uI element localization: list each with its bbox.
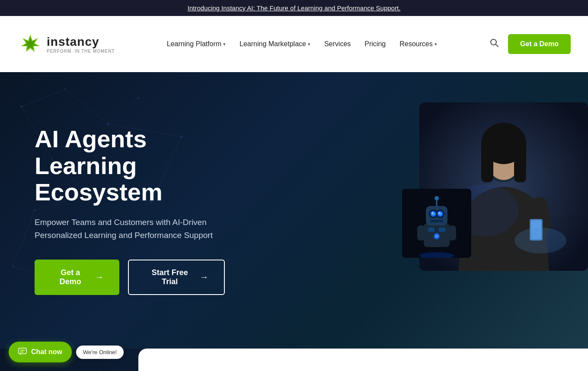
hero-subtitle: Empower Teams and Customers with AI-Driv… (35, 216, 225, 242)
nav-services[interactable]: Services (324, 37, 351, 51)
svg-point-5 (64, 89, 66, 90)
logo-name: instancy (47, 35, 115, 49)
svg-point-36 (514, 228, 566, 254)
svg-point-50 (435, 196, 439, 200)
hero-content: AI Agents Learning Ecosystem Empower Tea… (0, 91, 259, 330)
chat-icon (18, 348, 27, 356)
chat-status: We're Online! (76, 346, 124, 359)
hero-start-trial-button[interactable]: Start Free Trial → (128, 260, 225, 295)
logo-tagline: PERFORM. IN THE MOMENT (47, 49, 115, 54)
logo-text: instancy PERFORM. IN THE MOMENT (47, 35, 115, 54)
header-get-demo-button[interactable]: Get a Demo (508, 34, 571, 54)
search-button[interactable] (489, 38, 499, 51)
svg-rect-57 (448, 225, 456, 241)
chat-widget: Chat now We're Online! (9, 342, 124, 362)
announcement-banner: Introducing Instancy AI: The Future of L… (0, 0, 588, 16)
svg-rect-73 (19, 348, 26, 354)
hero-images (406, 120, 588, 301)
nav-resources[interactable]: Resources ▾ (399, 37, 437, 51)
hero-title: AI Agents Learning Ecosystem (35, 126, 225, 206)
hero-robot-svg (402, 189, 471, 258)
arrow-right-icon: → (95, 272, 104, 282)
svg-rect-51 (430, 220, 443, 222)
logo-icon (17, 31, 43, 57)
logo[interactable]: instancy PERFORM. IN THE MOMENT (17, 31, 115, 57)
svg-point-48 (438, 212, 440, 214)
main-nav: Learning Platform ▾ Learning Marketplace… (167, 37, 437, 51)
chevron-down-icon: ▾ (223, 41, 226, 47)
nav-pricing[interactable]: Pricing (364, 37, 386, 51)
header-right: Get a Demo (489, 34, 571, 54)
hero-get-demo-button[interactable]: Get a Demo → (35, 260, 119, 295)
svg-line-3 (496, 44, 499, 47)
svg-rect-53 (439, 228, 445, 232)
svg-rect-56 (417, 225, 425, 241)
chevron-down-icon: ▾ (308, 41, 310, 47)
hero-buttons: Get a Demo → Start Free Trial → (35, 260, 225, 295)
svg-rect-52 (428, 228, 435, 232)
nav-learning-platform[interactable]: Learning Platform ▾ (167, 37, 226, 51)
nav-learning-marketplace[interactable]: Learning Marketplace ▾ (240, 37, 310, 51)
svg-point-55 (435, 234, 439, 238)
svg-rect-31 (481, 143, 493, 182)
svg-rect-32 (514, 143, 526, 182)
banner-link[interactable]: Introducing Instancy AI: The Future of L… (188, 4, 401, 12)
arrow-right-icon: → (200, 272, 208, 282)
hero-section: AI Agents Learning Ecosystem Empower Tea… (0, 72, 588, 349)
chevron-down-icon: ▾ (435, 41, 437, 47)
chat-now-button[interactable]: Chat now (9, 342, 72, 362)
copilot-section: Co-Pilot for eLearning Creators Harness … (138, 349, 588, 371)
svg-point-47 (431, 212, 433, 214)
header: instancy PERFORM. IN THE MOMENT Learning… (0, 16, 588, 72)
hero-robot-image (402, 189, 471, 258)
